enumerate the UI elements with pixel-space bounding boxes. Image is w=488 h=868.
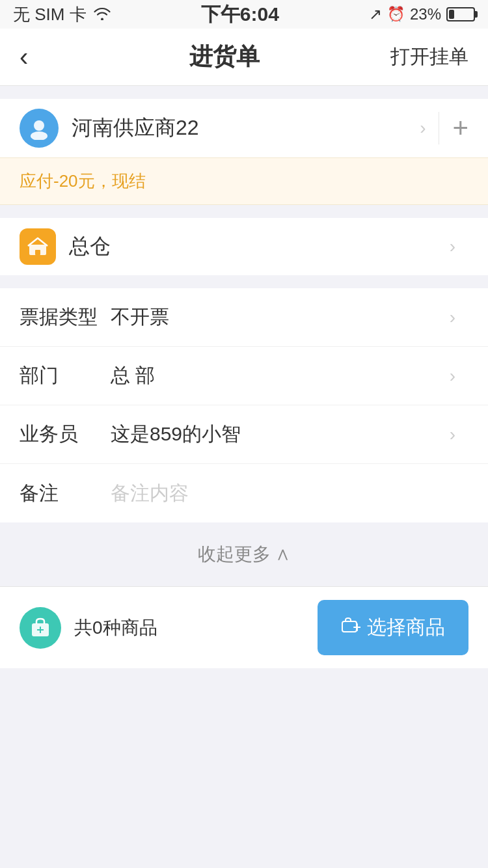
battery-label: 23% xyxy=(410,5,441,23)
select-product-icon xyxy=(341,617,360,639)
notice-text: 应付-20元，现结 xyxy=(20,171,146,191)
nav-bar: ‹ 进货单 打开挂单 xyxy=(0,29,488,86)
gap-1 xyxy=(0,86,488,99)
status-time: 下午6:04 xyxy=(201,1,279,28)
location-icon: ↗ xyxy=(369,5,382,23)
department-label: 部门 xyxy=(20,362,104,389)
collapse-label: 收起更多 ∧ xyxy=(198,544,291,564)
notice-bar: 应付-20元，现结 xyxy=(0,157,488,205)
warehouse-chevron-icon: › xyxy=(450,236,455,257)
remark-value: 备注内容 xyxy=(104,480,468,507)
open-pending-button[interactable]: 打开挂单 xyxy=(390,44,468,70)
department-row[interactable]: 部门 总 部 › xyxy=(0,347,488,405)
salesperson-value: 这是859的小智 xyxy=(104,421,450,448)
svg-rect-3 xyxy=(35,250,40,255)
supplier-chevron-icon: › xyxy=(420,118,426,139)
alarm-icon: ⏰ xyxy=(387,6,405,23)
supplier-card: 河南供应商22 › + 应付-20元，现结 xyxy=(0,99,488,205)
content-fill xyxy=(0,668,488,863)
supplier-divider xyxy=(439,112,439,144)
department-chevron: › xyxy=(450,366,455,387)
svg-point-0 xyxy=(34,120,44,131)
select-product-label: 选择商品 xyxy=(367,614,445,641)
warehouse-icon xyxy=(20,228,56,265)
select-product-button[interactable]: 选择商品 xyxy=(318,600,468,655)
supplier-name: 河南供应商22 xyxy=(72,114,420,142)
invoice-type-value: 不开票 xyxy=(104,304,450,331)
invoice-type-label: 票据类型 xyxy=(20,304,104,331)
salesperson-row[interactable]: 业务员 这是859的小智 › xyxy=(0,405,488,464)
carrier-label: 无 SIM 卡 xyxy=(13,3,87,26)
remark-row[interactable]: 备注 备注内容 xyxy=(0,464,488,522)
product-count-icon xyxy=(20,607,61,649)
battery-icon xyxy=(446,7,475,21)
supplier-avatar xyxy=(20,109,59,148)
back-button[interactable]: ‹ xyxy=(20,42,59,72)
invoice-type-chevron: › xyxy=(450,307,455,328)
product-count-text: 共0种商品 xyxy=(74,616,305,640)
wifi-icon xyxy=(93,5,111,25)
status-left: 无 SIM 卡 xyxy=(13,3,111,26)
form-section: 票据类型 不开票 › 部门 总 部 › 业务员 这是859的小智 › 备注 备注… xyxy=(0,288,488,522)
warehouse-name: 总仓 xyxy=(69,232,450,261)
salesperson-chevron: › xyxy=(450,424,455,445)
svg-point-1 xyxy=(31,131,47,140)
invoice-type-row[interactable]: 票据类型 不开票 › xyxy=(0,288,488,347)
warehouse-row[interactable]: 总仓 › xyxy=(0,218,488,275)
bottom-bar: 共0种商品 选择商品 xyxy=(0,586,488,668)
status-right: ↗ ⏰ 23% xyxy=(369,5,475,23)
page-title: 进货单 xyxy=(189,41,260,73)
add-supplier-button[interactable]: + xyxy=(452,113,468,144)
collapse-button[interactable]: 收起更多 ∧ xyxy=(0,522,488,586)
supplier-row[interactable]: 河南供应商22 › + xyxy=(0,99,488,157)
remark-label: 备注 xyxy=(20,480,104,507)
department-value: 总 部 xyxy=(104,362,450,389)
salesperson-label: 业务员 xyxy=(20,421,104,448)
status-bar: 无 SIM 卡 下午6:04 ↗ ⏰ 23% xyxy=(0,0,488,29)
